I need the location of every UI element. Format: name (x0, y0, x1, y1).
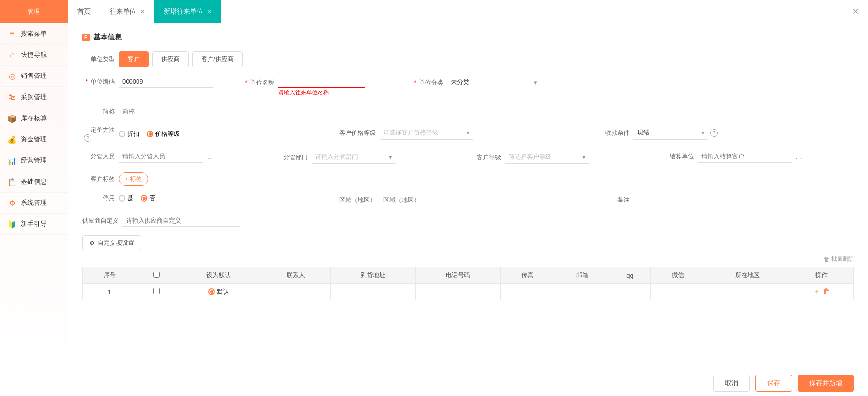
radio-circle-yes (119, 195, 125, 202)
sidebar-item-guide[interactable]: 🔰 新手引导 (0, 214, 68, 235)
tab-trading-units[interactable]: 往来单位 ✕ (100, 0, 154, 23)
pricing-row: 定价方法 ? 折扣 价格等级 客户价格等级 请选择客户价 (82, 126, 854, 142)
sidebar-item-system[interactable]: ⚙ 系统管理 (0, 193, 68, 214)
customer-price-level-select[interactable]: 请选择客户价格等级 ▾ (380, 126, 473, 140)
custom-settings-label: 自定义项设置 (98, 239, 134, 247)
unit-code-group: * 单位编码 (82, 76, 232, 88)
save-button[interactable]: 保存 (755, 375, 792, 392)
th-qq: qq (609, 267, 651, 284)
contacts-table: 序号 设为默认 联系人 到货地址 电话号码 传真 邮箱 qq 微信 所在地区 操… (82, 267, 854, 300)
section-basic-info: F 基本信息 (82, 33, 854, 42)
supplier-custom-input[interactable] (122, 215, 240, 227)
save-new-button[interactable]: 保存并新增 (798, 375, 854, 392)
settlement-unit-label: 结算单位 (661, 152, 694, 161)
close-window-button[interactable]: ✕ (843, 0, 868, 23)
close-tab-trading-units[interactable]: ✕ (140, 8, 145, 15)
manager-input[interactable] (119, 150, 203, 163)
close-tab-new-trading-unit[interactable]: ✕ (207, 8, 212, 15)
custom-settings-button[interactable]: ⚙ 自定义项设置 (82, 235, 141, 250)
pricing-help-icon[interactable]: ? (84, 134, 91, 142)
quick-nav-icon: ⌂ (8, 50, 17, 60)
radio-discount[interactable]: 折扣 (119, 130, 139, 138)
radio-yes[interactable]: 是 (119, 194, 133, 202)
cell-actions: ＋ 🗑 (790, 284, 853, 300)
sidebar: 管理 ≡ 搜索菜单 ⌂ 快捷导航 ◎ 销售管理 🛍 采购管理 📦 库存核算 💰 … (0, 0, 68, 396)
manager-label: 分管人员 (82, 152, 115, 161)
manager-more-icon[interactable]: … (207, 152, 214, 161)
customer-price-level-placeholder: 请选择客户价格等级 (383, 128, 438, 137)
customer-level-select[interactable]: 请选择客户等级 ▾ (505, 150, 589, 164)
sidebar-item-inventory[interactable]: 📦 库存核算 (0, 108, 68, 129)
unit-type-group: 单位类型 客户 供应商 客户/供应商 (82, 51, 845, 67)
chevron-down-icon: ▾ (582, 154, 586, 161)
sidebar-item-basic-info[interactable]: 📋 基础信息 (0, 171, 68, 193)
payment-terms-select[interactable]: 现结 ▾ (633, 126, 708, 140)
sidebar-item-label: 资金管理 (21, 135, 47, 144)
customer-tag-label: 客户标签 (82, 175, 115, 183)
region-input[interactable] (380, 194, 473, 206)
batch-delete-area: 🗑 批量删除 (82, 255, 854, 263)
btn-supplier[interactable]: 供应商 (152, 51, 189, 67)
search-menu-icon: ≡ (8, 29, 17, 39)
settlement-unit-input[interactable] (698, 150, 792, 163)
th-region: 所在地区 (705, 267, 790, 284)
department-group: 分管部门 请输入分管部门 ▾ (275, 150, 458, 164)
cell-seq: 1 (83, 284, 137, 300)
unit-code-input[interactable] (119, 76, 213, 88)
payment-terms-label: 收款条件 (597, 129, 630, 137)
delete-icon: 🗑 (824, 256, 830, 263)
sidebar-item-sales[interactable]: ◎ 销售管理 (0, 66, 68, 87)
region-label: 区域（地区） (339, 196, 376, 204)
sidebar-item-search-menu[interactable]: ≡ 搜索菜单 (0, 23, 68, 45)
batch-delete-button[interactable]: 🗑 批量删除 (824, 255, 854, 263)
btn-both[interactable]: 客户/供应商 (192, 51, 243, 67)
cell-fax (500, 284, 555, 300)
row-checkbox[interactable] (153, 288, 160, 294)
tab-home[interactable]: 首页 (68, 0, 100, 23)
sidebar-item-label: 采购管理 (21, 93, 47, 101)
footer: 取消 保存 保存并新增 (68, 370, 868, 396)
logo-text: 管理 (28, 8, 40, 16)
add-tag-button[interactable]: + 标签 (119, 172, 148, 186)
cell-address (331, 284, 416, 300)
default-label: 默认 (217, 287, 229, 296)
sidebar-logo: 管理 (0, 0, 68, 23)
settlement-more-icon[interactable]: … (795, 152, 803, 161)
sidebar-item-label: 系统管理 (21, 199, 47, 207)
manager-group: 分管人员 … (82, 150, 266, 163)
unit-category-group: * 单位分类 未分类 ▾ (411, 76, 845, 89)
radio-no[interactable]: 否 (141, 194, 155, 202)
guide-icon: 🔰 (8, 219, 17, 229)
payment-terms-help-icon[interactable]: ? (710, 129, 718, 137)
supplier-custom-label: 供应商自定义 (82, 217, 119, 225)
region-group: 区域（地区） … (339, 194, 587, 206)
remark-label: 备注 (597, 196, 630, 204)
delete-row-icon[interactable]: 🗑 (823, 287, 830, 296)
radio-price-level[interactable]: 价格等级 (147, 130, 180, 138)
sidebar-item-quick-nav[interactable]: ⌂ 快捷导航 (0, 45, 68, 66)
cancel-button[interactable]: 取消 (713, 375, 750, 392)
btn-customer[interactable]: 客户 (119, 51, 149, 67)
remark-input[interactable] (633, 194, 774, 206)
payment-terms-value: 现结 (637, 128, 649, 137)
cell-contact (261, 284, 331, 300)
unit-category-select[interactable]: 未分类 ▾ (447, 76, 541, 89)
short-name-input[interactable] (119, 105, 213, 117)
tab-new-trading-unit[interactable]: 新增往来单位 ✕ (154, 0, 221, 23)
sidebar-item-operations[interactable]: 📊 经营管理 (0, 150, 68, 171)
region-more-icon[interactable]: … (477, 196, 485, 204)
department-label: 分管部门 (275, 153, 308, 162)
sidebar-item-finance[interactable]: 💰 资金管理 (0, 129, 68, 150)
select-all-checkbox[interactable] (153, 272, 160, 278)
default-radio-item[interactable]: 默认 (181, 287, 256, 296)
department-select[interactable]: 请输入分管部门 ▾ (312, 150, 396, 164)
unit-type-label: 单位类型 (82, 55, 115, 63)
add-row-icon[interactable]: ＋ (814, 287, 820, 296)
th-checkbox (137, 267, 176, 284)
system-icon: ⚙ (8, 198, 17, 208)
short-name-group: 简称 (82, 105, 232, 117)
table-header-row: 序号 设为默认 联系人 到货地址 电话号码 传真 邮箱 qq 微信 所在地区 操… (83, 267, 854, 284)
section-title: 基本信息 (93, 33, 122, 42)
sidebar-item-purchase[interactable]: 🛍 采购管理 (0, 87, 68, 108)
unit-name-input[interactable] (278, 76, 365, 88)
